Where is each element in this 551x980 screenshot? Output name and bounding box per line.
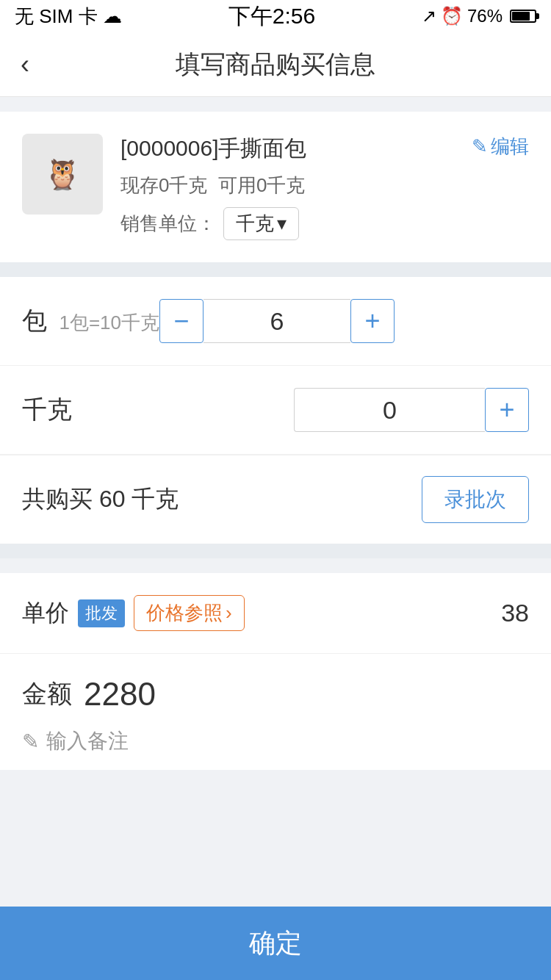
- product-title: 手撕面包: [218, 136, 306, 160]
- amount-value: 2280: [84, 676, 156, 713]
- price-ref-arrow: ›: [226, 602, 232, 624]
- total-text: 共购买 60 千克: [22, 483, 179, 516]
- remark-icon: ✎: [22, 729, 39, 754]
- status-left: 无 SIM 卡 ☁: [15, 4, 122, 29]
- price-tag: 批发: [78, 599, 125, 627]
- kg-label: 千克: [22, 393, 294, 427]
- remark-row[interactable]: ✎ 输入备注: [22, 727, 529, 755]
- total-label: 共购买: [22, 486, 93, 512]
- batch-button[interactable]: 录批次: [422, 476, 529, 523]
- product-logo: 🦉: [44, 157, 81, 192]
- total-row: 共购买 60 千克 录批次: [0, 455, 551, 544]
- product-info: [0000006]手撕面包 现存0千克 可用0千克 销售单位： 千克 ▾: [120, 134, 529, 240]
- product-thumbnail: 🦉: [22, 134, 103, 215]
- product-unit-row: 销售单位： 千克 ▾: [120, 207, 529, 240]
- amount-section: 金额 2280 ✎ 输入备注: [0, 654, 551, 770]
- amount-row: 金额 2280: [22, 676, 529, 713]
- stock-value: 现存0千克: [120, 174, 207, 196]
- separator-2: [0, 544, 551, 558]
- price-label-group: 单价 批发 价格参照 ›: [22, 595, 245, 631]
- package-hint: 1包=10千克: [59, 311, 159, 334]
- sim-label: 无 SIM 卡 ☁: [15, 4, 122, 29]
- package-label-group: 包 1包=10千克: [22, 304, 159, 338]
- status-right: ↗ ⏰ 76%: [422, 6, 536, 26]
- remark-input[interactable]: 输入备注: [46, 727, 129, 755]
- price-value: 38: [501, 599, 529, 627]
- unit-value: 千克: [236, 211, 274, 237]
- unit-label: 销售单位：: [120, 211, 216, 237]
- back-button[interactable]: ‹: [21, 49, 29, 80]
- package-label: 包: [22, 306, 47, 334]
- edit-button[interactable]: ✎ 编辑: [472, 134, 529, 159]
- kg-plus-button[interactable]: +: [485, 388, 529, 432]
- status-time: 下午2:56: [228, 1, 315, 32]
- total-unit: 千克: [132, 486, 179, 512]
- product-stock: 现存0千克 可用0千克: [120, 173, 529, 198]
- package-quantity-control: − +: [159, 299, 395, 343]
- total-amount: 60: [99, 486, 126, 512]
- package-plus-button[interactable]: +: [350, 299, 395, 343]
- price-reference-button[interactable]: 价格参照 ›: [134, 595, 245, 631]
- product-card: 🦉 [0000006]手撕面包 现存0千克 可用0千克 销售单位： 千克 ▾ ✎…: [0, 112, 551, 262]
- edit-icon: ✎: [472, 135, 488, 158]
- edit-label: 编辑: [491, 134, 529, 159]
- price-label: 单价: [22, 597, 69, 630]
- battery-percent: 76%: [467, 6, 503, 26]
- nav-bar: ‹ 填写商品购买信息: [0, 32, 551, 97]
- kg-quantity-control: +: [294, 388, 529, 432]
- package-input-row: 包 1包=10千克 − +: [0, 277, 551, 366]
- separator-1: [0, 262, 551, 277]
- package-minus-button[interactable]: −: [159, 299, 204, 343]
- input-section: 包 1包=10千克 − + 千克 +: [0, 277, 551, 455]
- confirm-button[interactable]: 确定: [0, 907, 551, 980]
- unit-selector[interactable]: 千克 ▾: [223, 207, 299, 240]
- price-ref-label: 价格参照: [146, 600, 223, 626]
- location-icon: ↗: [422, 6, 436, 26]
- spacer: [0, 770, 551, 907]
- page-title: 填写商品购买信息: [176, 48, 375, 82]
- alarm-icon: ⏰: [441, 6, 463, 26]
- dropdown-arrow: ▾: [277, 212, 287, 235]
- battery-icon: [510, 10, 536, 23]
- amount-label: 金额: [22, 677, 72, 711]
- kg-input-row: 千克 +: [0, 366, 551, 455]
- price-section: 单价 批发 价格参照 › 38: [0, 573, 551, 654]
- product-id: [0000006]: [120, 136, 218, 160]
- available-value: 可用0千克: [218, 174, 305, 196]
- package-quantity-input[interactable]: [204, 299, 350, 343]
- kg-quantity-input[interactable]: [294, 388, 485, 432]
- status-bar: 无 SIM 卡 ☁ 下午2:56 ↗ ⏰ 76%: [0, 0, 551, 32]
- product-name: [0000006]手撕面包: [120, 134, 529, 164]
